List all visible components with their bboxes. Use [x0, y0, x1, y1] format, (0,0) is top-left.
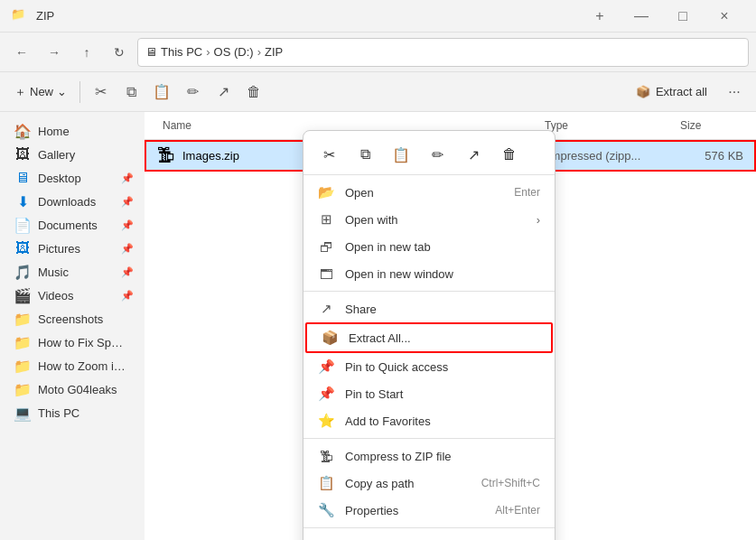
ctx-cut-button[interactable]: ✂ — [314, 140, 343, 169]
breadcrumb-monitor-icon: 🖥 — [145, 45, 157, 59]
ctx-open-new-window-label: Open in new window — [345, 267, 540, 281]
ctx-add-favorites[interactable]: ⭐ Add to Favorites — [303, 407, 555, 434]
ctx-pin-start-label: Pin to Start — [345, 387, 540, 401]
ctx-copy-path-shortcut: Ctrl+Shift+C — [481, 477, 540, 489]
videos-icon: 🎬 — [14, 287, 31, 303]
ctx-open-shortcut: Enter — [514, 186, 540, 199]
ctx-rename-button[interactable]: ✏ — [423, 140, 452, 169]
ctx-open-with-icon: ⊞ — [318, 211, 334, 228]
ctx-open[interactable]: 📂 Open Enter — [303, 179, 555, 206]
sidebar-item-documents[interactable]: 📄 Documents 📌 — [4, 213, 141, 237]
ctx-pin-quick[interactable]: 📌 Pin to Quick access — [303, 353, 555, 380]
maximize-button[interactable]: □ — [662, 0, 704, 33]
title-bar-controls: + — □ × — [579, 0, 745, 33]
share-button[interactable]: ↗ — [209, 78, 238, 107]
ctx-delete-button[interactable]: 🗑 — [495, 140, 524, 169]
gallery-icon: 🖼 — [14, 146, 31, 163]
sidebar-item-pictures[interactable]: 🖼 Pictures 📌 — [4, 237, 141, 260]
context-menu-icons: ✂ ⧉ 📋 ✏ ↗ 🗑 — [303, 135, 555, 175]
ctx-open-new-tab[interactable]: 🗗 Open in new tab — [303, 233, 555, 260]
ctx-open-with-label: Open with — [345, 213, 526, 227]
file-size-label: 576 KB — [671, 149, 743, 163]
ctx-pin-start[interactable]: 📌 Pin to Start — [303, 380, 555, 407]
ctx-open-new-tab-label: Open in new tab — [345, 240, 540, 254]
breadcrumb-os-d: OS (D:) — [214, 45, 254, 59]
sidebar-item-desktop[interactable]: 🖥 Desktop 📌 — [4, 166, 141, 190]
sidebar-item-how-zoom[interactable]: 📁 How to Zoom in ar — [4, 354, 141, 377]
column-header-type[interactable]: Type — [537, 116, 673, 135]
copy-button[interactable]: ⧉ — [117, 78, 145, 107]
ctx-copy-button[interactable]: ⧉ — [350, 140, 379, 169]
ctx-sep-3 — [303, 527, 555, 528]
ctx-share-menu-icon: ↗ — [318, 301, 334, 317]
sidebar-item-home-label: Home — [38, 125, 70, 138]
ctx-compress-zip[interactable]: 🗜 Compress to ZIP file — [303, 442, 555, 470]
ctx-paste-button[interactable]: 📋 — [387, 140, 415, 169]
sidebar-item-documents-label: Documents — [38, 219, 98, 232]
toolbar-separator-1 — [79, 81, 80, 103]
ctx-properties[interactable]: 🔧 Properties Alt+Enter — [303, 497, 555, 524]
ctx-extract-all-icon: 📦 — [322, 330, 338, 346]
more-options-button[interactable]: ··· — [720, 78, 749, 107]
delete-button[interactable]: 🗑 — [239, 78, 268, 107]
sidebar-item-downloads-label: Downloads — [38, 195, 96, 209]
close-button[interactable]: × — [704, 0, 745, 33]
paste-button[interactable]: 📋 — [147, 78, 176, 107]
ctx-copy-path[interactable]: 📋 Copy as path Ctrl+Shift+C — [303, 470, 555, 497]
music-pin-icon: 📌 — [121, 266, 134, 278]
ctx-copy-path-icon: 📋 — [318, 475, 334, 491]
sidebar-item-videos-label: Videos — [38, 289, 74, 303]
toolbar-right: 📦 Extract all ··· — [627, 78, 749, 107]
sidebar-item-home[interactable]: 🏠 Home — [4, 119, 141, 143]
sidebar: 🏠 Home 🖼 Gallery 🖥 Desktop 📌 ⬇ Downloads… — [0, 112, 145, 540]
window-title: ZIP — [36, 9, 572, 23]
sidebar-item-downloads[interactable]: ⬇ Downloads 📌 — [4, 190, 141, 213]
rename-button[interactable]: ✏ — [178, 78, 207, 107]
file-name-label: Images.zip — [182, 149, 239, 163]
new-tab-button[interactable]: + — [579, 0, 621, 33]
new-button[interactable]: ＋ New ⌄ — [7, 78, 74, 107]
sidebar-item-how-fix[interactable]: 📁 How to Fix Spotligh — [4, 331, 141, 354]
ctx-pin-start-icon: 📌 — [318, 386, 334, 402]
sidebar-item-this-pc[interactable]: 💻 This PC — [4, 401, 141, 424]
extract-all-button[interactable]: 📦 Extract all — [627, 78, 716, 107]
ctx-pin-quick-icon: 📌 — [318, 358, 334, 375]
ctx-open-new-window[interactable]: 🗔 Open in new window — [303, 260, 555, 287]
minimize-button[interactable]: — — [621, 0, 662, 33]
extract-all-label: Extract all — [656, 85, 707, 98]
sidebar-item-gallery-label: Gallery — [38, 148, 75, 162]
downloads-icon: ⬇ — [14, 193, 31, 209]
ctx-open-with[interactable]: ⊞ Open with › — [303, 206, 555, 233]
ctx-share[interactable]: ↗ Share — [303, 295, 555, 322]
ctx-add-favorites-icon: ⭐ — [318, 413, 334, 429]
sidebar-item-gallery[interactable]: 🖼 Gallery — [4, 143, 141, 166]
ctx-winrar[interactable]: W WinRAR › — [303, 532, 555, 540]
refresh-button[interactable]: ↻ — [105, 38, 134, 67]
column-header-size[interactable]: Size — [673, 116, 745, 135]
breadcrumb[interactable]: 🖥 This PC › OS (D:) › ZIP — [137, 38, 749, 67]
context-menu: ✂ ⧉ 📋 ✏ ↗ 🗑 📂 Open Enter ⊞ Open with › 🗗… — [303, 130, 555, 540]
sidebar-item-screenshots-label: Screenshots — [38, 312, 103, 326]
forward-button[interactable]: → — [40, 38, 69, 67]
ctx-extract-all[interactable]: 📦 Extract All... — [305, 322, 553, 353]
sidebar-item-music-label: Music — [38, 265, 69, 279]
how-zoom-icon: 📁 — [14, 358, 31, 374]
up-button[interactable]: ↑ — [72, 38, 101, 67]
sidebar-item-screenshots[interactable]: 📁 Screenshots — [4, 307, 141, 331]
screenshots-icon: 📁 — [14, 311, 31, 327]
downloads-pin-icon: 📌 — [121, 196, 134, 208]
sidebar-item-moto[interactable]: 📁 Moto G04leaks — [4, 377, 141, 401]
sidebar-item-videos[interactable]: 🎬 Videos 📌 — [4, 284, 141, 307]
window-icon: 📁 — [11, 7, 29, 25]
sidebar-item-desktop-label: Desktop — [38, 172, 81, 185]
sidebar-item-pictures-label: Pictures — [38, 242, 80, 256]
ctx-copy-path-label: Copy as path — [345, 477, 471, 490]
sidebar-item-music[interactable]: 🎵 Music 📌 — [4, 260, 141, 284]
cut-button[interactable]: ✂ — [86, 78, 115, 107]
moto-icon: 📁 — [14, 381, 31, 397]
back-button[interactable]: ← — [7, 38, 36, 67]
ctx-share-button[interactable]: ↗ — [459, 140, 488, 169]
sidebar-item-how-zoom-label: How to Zoom in ar — [38, 359, 128, 373]
ctx-properties-shortcut: Alt+Enter — [495, 504, 540, 517]
ctx-open-new-tab-icon: 🗗 — [318, 238, 334, 255]
